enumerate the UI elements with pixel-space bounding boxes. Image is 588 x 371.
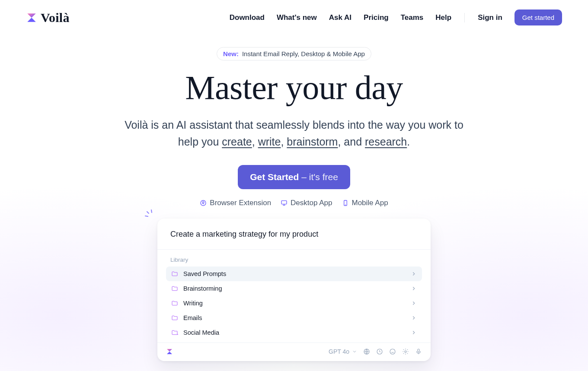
folder-icon <box>171 285 178 292</box>
library-item-label: Emails <box>183 314 202 321</box>
announcement-new-label: New: <box>223 50 239 57</box>
library-item-social-media[interactable]: Social Media <box>166 325 422 340</box>
brand-name: Voilà <box>41 10 70 25</box>
library-item-saved-prompts[interactable]: Saved Prompts <box>166 266 422 281</box>
brand-logo[interactable]: Voilà <box>26 10 70 25</box>
page-title: Master your day <box>185 68 403 107</box>
platform-desktop[interactable]: Desktop App <box>281 199 332 207</box>
platform-desktop-label: Desktop App <box>291 199 332 207</box>
monitor-icon <box>281 200 288 206</box>
library-list: Saved Prompts Brainstorming Writing Emai… <box>157 266 431 342</box>
svg-rect-7 <box>418 349 419 352</box>
app-preview-card: Create a marketing strategy for my produ… <box>157 219 431 361</box>
page-subtitle: Voilà is an AI assistant that seamlessly… <box>117 117 471 150</box>
subtitle-link-write[interactable]: write <box>258 136 281 148</box>
chevron-right-icon <box>411 285 417 292</box>
app-footer: GPT 4o <box>157 342 431 361</box>
svg-point-6 <box>405 351 406 352</box>
nav-help[interactable]: Help <box>435 13 451 22</box>
platform-mobile[interactable]: Mobile App <box>342 199 388 207</box>
library-item-brainstorming[interactable]: Brainstorming <box>166 281 422 296</box>
model-label: GPT 4o <box>329 348 349 355</box>
folder-icon <box>171 270 178 277</box>
chevron-down-icon <box>352 349 357 354</box>
library-item-emails[interactable]: Emails <box>166 311 422 325</box>
nav-pricing[interactable]: Pricing <box>364 13 389 22</box>
svg-rect-1 <box>281 200 287 204</box>
prompt-input[interactable]: Create a marketing strategy for my produ… <box>157 219 431 250</box>
subtitle-link-research[interactable]: research <box>365 136 407 148</box>
platform-browser-label: Browser Extension <box>210 199 271 207</box>
svg-point-5 <box>390 349 395 354</box>
nav-whats-new[interactable]: What's new <box>277 13 317 22</box>
nav-download[interactable]: Download <box>230 13 265 22</box>
main-nav: Download What's new Ask AI Pricing Teams… <box>230 10 562 25</box>
cta-suffix-label: – it's free <box>301 172 338 182</box>
subtitle-link-brainstorm[interactable]: brainstorm <box>287 136 338 148</box>
compass-icon <box>200 200 207 206</box>
platform-browser[interactable]: Browser Extension <box>200 199 271 207</box>
announcement-text: Instant Email Reply, Desktop & Mobile Ap… <box>242 50 365 57</box>
nav-teams[interactable]: Teams <box>401 13 424 22</box>
svg-point-0 <box>201 200 206 206</box>
globe-icon[interactable] <box>363 348 370 355</box>
chevron-right-icon <box>411 330 417 336</box>
clock-icon[interactable] <box>376 348 383 355</box>
hero-section: New: Instant Email Reply, Desktop & Mobi… <box>0 47 588 361</box>
library-item-label: Social Media <box>183 329 219 336</box>
platform-links: Browser Extension Desktop App Mobile App <box>200 199 388 207</box>
folder-icon <box>171 314 178 321</box>
get-started-button[interactable]: Get started <box>514 10 562 25</box>
site-header: Voilà Download What's new Ask AI Pricing… <box>0 0 588 25</box>
chevron-right-icon <box>411 315 417 321</box>
library-item-label: Saved Prompts <box>183 270 226 277</box>
footer-logo-icon <box>166 348 173 355</box>
nav-ask-ai[interactable]: Ask AI <box>329 13 352 22</box>
library-item-label: Writing <box>183 300 203 307</box>
app-preview-wrap: Create a marketing strategy for my produ… <box>157 219 431 361</box>
announcement-pill[interactable]: New: Instant Email Reply, Desktop & Mobi… <box>217 47 371 60</box>
logo-mark-icon <box>26 12 37 23</box>
library-item-label: Brainstorming <box>183 285 222 292</box>
gear-icon[interactable] <box>402 348 409 355</box>
model-selector[interactable]: GPT 4o <box>329 348 357 355</box>
folder-icon <box>171 300 178 307</box>
smile-icon[interactable] <box>389 348 396 355</box>
library-item-writing[interactable]: Writing <box>166 296 422 311</box>
subtitle-link-create[interactable]: create <box>222 136 252 148</box>
mic-icon[interactable] <box>415 348 422 355</box>
folder-icon <box>171 329 178 336</box>
cta-get-started-button[interactable]: Get Started – it's free <box>238 165 350 189</box>
nav-divider <box>464 13 465 22</box>
spark-icon <box>144 209 157 222</box>
cta-main-label: Get Started <box>250 172 299 182</box>
platform-mobile-label: Mobile App <box>352 199 388 207</box>
chevron-right-icon <box>411 271 417 277</box>
smartphone-icon <box>342 200 349 206</box>
nav-signin[interactable]: Sign in <box>478 13 502 22</box>
library-section-label: Library <box>157 250 431 266</box>
chevron-right-icon <box>411 300 417 306</box>
